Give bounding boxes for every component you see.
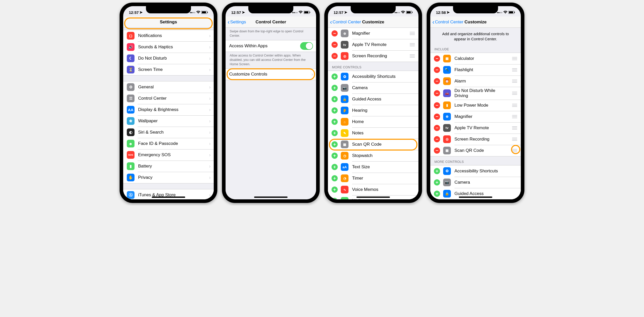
add-button[interactable]: +	[332, 198, 338, 199]
remove-button[interactable]: −	[434, 67, 440, 73]
add-button[interactable]: +	[434, 191, 440, 197]
remove-button[interactable]: −	[434, 90, 440, 96]
settings-row[interactable]: 🔊Sounds & Haptics›	[123, 41, 214, 53]
add-button[interactable]: +	[332, 130, 338, 136]
control-row[interactable]: +⌂Home	[328, 116, 418, 127]
settings-list[interactable]: ◻︎Notifications›🔊Sounds & Haptics›☾Do No…	[123, 28, 214, 199]
nav-bar: Settings	[123, 16, 214, 28]
settings-row[interactable]: ▮Battery›	[123, 161, 214, 172]
drag-handle[interactable]	[512, 92, 518, 95]
remove-button[interactable]: −	[434, 78, 440, 84]
control-row[interactable]: −▦Scan QR Code	[430, 145, 521, 156]
settings-row[interactable]: ⚙General›	[123, 81, 214, 93]
control-row[interactable]: +✪Accessibility Shortcuts	[328, 71, 418, 82]
customize-controls-row[interactable]: Customize Controls ›	[226, 69, 316, 80]
add-button[interactable]: +	[332, 96, 338, 102]
customize-list[interactable]: −⊕Magnifier−tvApple TV Remote−◎Screen Re…	[328, 28, 418, 199]
remove-button[interactable]: −	[332, 42, 338, 48]
control-row[interactable]: +◔Timer	[328, 173, 418, 184]
control-row[interactable]: +📷Camera	[328, 82, 418, 94]
add-button[interactable]: +	[332, 153, 338, 159]
control-row[interactable]: −▮Low Power Mode	[430, 100, 521, 111]
back-button[interactable]: ‹ Control Center	[330, 19, 361, 25]
drag-handle[interactable]	[512, 149, 518, 152]
customize-list[interactable]: Add and organize additional controls to …	[430, 28, 521, 199]
home-indicator[interactable]	[254, 197, 288, 198]
add-button[interactable]: +	[332, 73, 338, 80]
settings-row[interactable]: ✋Privacy›	[123, 172, 214, 183]
drag-handle[interactable]	[512, 80, 518, 83]
remove-button[interactable]: −	[434, 136, 440, 142]
drag-handle[interactable]	[409, 32, 415, 35]
control-row[interactable]: +∿Voice Memos	[328, 184, 418, 195]
remove-button[interactable]: −	[434, 125, 440, 131]
control-row[interactable]: +🔒Guided Access	[328, 94, 418, 105]
add-button[interactable]: +	[434, 168, 440, 174]
settings-row[interactable]: ☻Face ID & Passcode›	[123, 138, 214, 149]
control-row[interactable]: −tvApple TV Remote	[430, 122, 521, 134]
row-icon: ∿	[341, 186, 348, 193]
home-indicator[interactable]	[356, 197, 390, 198]
add-button[interactable]: +	[332, 175, 338, 181]
control-row[interactable]: −⊕Magnifier	[430, 111, 521, 122]
row-icon: 📷	[341, 84, 348, 92]
svg-rect-1	[202, 11, 206, 13]
chevron-right-icon: ›	[209, 96, 211, 101]
remove-button[interactable]: −	[434, 147, 440, 154]
control-center-settings[interactable]: Swipe down from the top-right edge to op…	[226, 28, 316, 199]
control-row[interactable]: −tvApple TV Remote	[328, 39, 418, 50]
remove-button[interactable]: −	[332, 53, 338, 59]
drag-handle[interactable]	[512, 104, 518, 107]
settings-row[interactable]: ◐Siri & Search›	[123, 127, 214, 138]
control-row[interactable]: +aAText Size	[328, 161, 418, 173]
back-label: Control Center	[333, 20, 361, 25]
settings-row[interactable]: SOSEmergency SOS›	[123, 149, 214, 161]
add-button[interactable]: +	[332, 187, 338, 193]
chevron-right-icon: ›	[209, 130, 211, 135]
control-row[interactable]: −🚗Do Not Disturb While Driving	[430, 87, 521, 100]
control-row[interactable]: −🔦Flashlight	[430, 64, 521, 76]
back-button[interactable]: ‹ Control Center	[432, 19, 463, 25]
control-row[interactable]: −◎Screen Recording	[328, 50, 418, 62]
settings-row[interactable]: ☰Control Center›	[123, 93, 214, 104]
control-row[interactable]: +▦Scan QR Code	[328, 139, 418, 150]
control-row[interactable]: +👂Hearing	[430, 199, 521, 200]
control-row[interactable]: −◎Screen Recording	[430, 134, 521, 145]
home-indicator[interactable]	[459, 197, 492, 198]
back-button[interactable]: ‹ Settings	[228, 19, 246, 25]
settings-row[interactable]: ☾Do Not Disturb›	[123, 53, 214, 64]
settings-row[interactable]: ⏳Screen Time›	[123, 64, 214, 75]
drag-handle[interactable]	[409, 43, 415, 46]
control-row[interactable]: +◷Stopwatch	[328, 150, 418, 161]
drag-handle[interactable]	[512, 68, 518, 71]
settings-row[interactable]: ◻︎Notifications›	[123, 30, 214, 41]
add-button[interactable]: +	[434, 179, 440, 185]
settings-row[interactable]: ⒶiTunes & App Store›	[123, 189, 214, 199]
drag-handle[interactable]	[512, 126, 518, 129]
control-row[interactable]: +✪Accessibility Shortcuts	[430, 165, 521, 177]
control-row[interactable]: −⊕Magnifier	[328, 28, 418, 39]
add-button[interactable]: +	[332, 141, 338, 147]
add-button[interactable]: +	[332, 107, 338, 114]
drag-handle[interactable]	[512, 115, 518, 118]
remove-button[interactable]: −	[434, 55, 440, 62]
settings-row[interactable]: ❀Wallpaper›	[123, 115, 214, 127]
add-button[interactable]: +	[332, 119, 338, 125]
control-row[interactable]: +👂Hearing	[328, 105, 418, 116]
add-button[interactable]: +	[332, 85, 338, 91]
remove-button[interactable]: −	[434, 102, 440, 108]
control-row[interactable]: −▦Calculator	[430, 53, 521, 64]
drag-handle[interactable]	[512, 57, 518, 60]
control-row[interactable]: +📷Camera	[430, 177, 521, 188]
settings-row[interactable]: AADisplay & Brightness›	[123, 104, 214, 115]
drag-handle[interactable]	[409, 54, 415, 58]
drag-handle[interactable]	[512, 138, 518, 141]
control-row[interactable]: −⏰Alarm	[430, 76, 521, 87]
remove-button[interactable]: −	[434, 114, 440, 120]
remove-button[interactable]: −	[332, 30, 338, 36]
home-indicator[interactable]	[152, 197, 185, 198]
access-switch[interactable]	[300, 42, 313, 50]
control-row[interactable]: +✎Notes	[328, 127, 418, 139]
access-within-apps-row[interactable]: Access Within Apps	[226, 40, 316, 52]
add-button[interactable]: +	[332, 164, 338, 170]
